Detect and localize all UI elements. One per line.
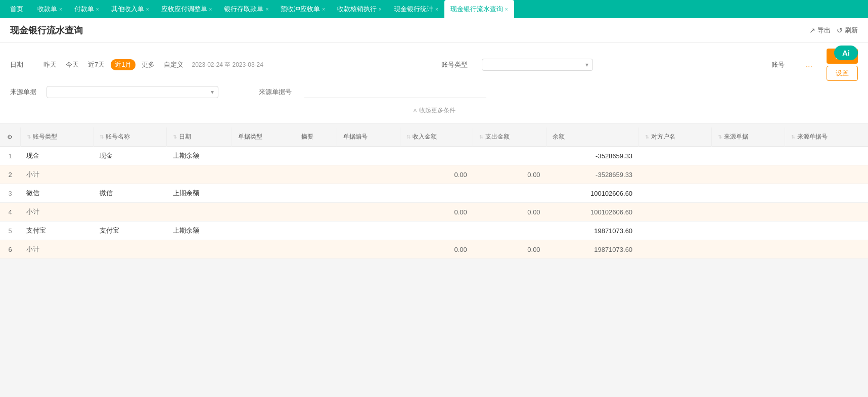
gear-icon[interactable]: ⚙ (7, 134, 13, 141)
table-cell (785, 165, 868, 184)
nav-close-cash-stat[interactable]: × (435, 7, 438, 12)
th-account-type[interactable]: ⇅账号类型 (20, 127, 94, 147)
sort-icon-5: ⇅ (479, 134, 483, 140)
date-btn-more[interactable]: 更多 (139, 59, 158, 70)
table-cell: 上期余额 (167, 184, 232, 203)
table-row[interactable]: 3微信微信上期余额100102606.60 (0, 184, 868, 203)
nav-close-other-income[interactable]: × (146, 7, 149, 12)
date-btn-custom[interactable]: 自定义 (161, 59, 187, 70)
th-summary: 摘要 (295, 127, 337, 147)
nav-close-prepay[interactable]: × (322, 7, 325, 12)
nav-item-write-off[interactable]: 收款核销执行 × (331, 0, 388, 18)
table-cell (232, 184, 295, 203)
nav-item-receipt[interactable]: 收款单 × (31, 0, 68, 18)
nav-close-bank-deposit[interactable]: × (265, 7, 268, 12)
table-cell: 3 (0, 184, 20, 203)
table-cell (712, 165, 785, 184)
table-cell: 0.00 (400, 203, 473, 222)
table-row[interactable]: 1现金现金上期余额-3528659.33 (0, 147, 868, 165)
table-cell (638, 222, 712, 240)
collapse-bar[interactable]: ∧ 收起更多条件 (10, 103, 858, 117)
table-cell (712, 222, 785, 240)
th-gear[interactable]: ⚙ (0, 127, 20, 147)
nav-close-cash-flow[interactable]: × (505, 7, 508, 12)
date-btn-yesterday[interactable]: 昨天 (40, 59, 60, 70)
nav-item-prepay[interactable]: 预收冲应收单 × (275, 0, 331, 18)
nav-item-ar-ap-adjust[interactable]: 应收应付调整单 × (155, 0, 218, 18)
date-btn-7days[interactable]: 近7天 (85, 59, 108, 70)
export-icon: ↗ (809, 26, 815, 34)
table-row[interactable]: 4小计0.000.00100102606.60 (0, 203, 868, 222)
source-doc-no-input[interactable] (304, 86, 486, 98)
th-date[interactable]: ⇅日期 (167, 127, 232, 147)
table-cell: 5 (0, 222, 20, 240)
table-cell (295, 147, 337, 165)
table-cell (337, 203, 400, 222)
table-cell (712, 184, 785, 203)
nav-label-home: 首页 (10, 5, 23, 14)
nav-item-bank-deposit[interactable]: 银行存取款单 × (218, 0, 275, 18)
table-cell: 6 (0, 240, 20, 259)
th-account-name[interactable]: ⇅账号名称 (94, 127, 167, 147)
source-doc-select[interactable]: ▾ (47, 86, 218, 98)
date-btn-1month[interactable]: 近1月 (111, 59, 135, 70)
th-counter-name[interactable]: ⇅对方户名 (638, 127, 712, 147)
table-cell: -3528659.33 (546, 147, 639, 165)
table-cell: 0.00 (473, 240, 546, 259)
table-cell (337, 222, 400, 240)
table-cell (232, 147, 295, 165)
table-cell: 19871073.60 (546, 222, 639, 240)
table-row[interactable]: 2小计0.000.00-3528659.33 (0, 165, 868, 184)
nav-label-write-off: 收款核销执行 (337, 5, 377, 14)
nav-item-cash-flow[interactable]: 现金银行流水查询 × (444, 0, 514, 18)
chevron-down-icon-2: ▾ (211, 89, 214, 96)
table-cell: 小计 (20, 240, 94, 259)
nav-item-other-income[interactable]: 其他收入单 × (105, 0, 155, 18)
filter-area: 日期 昨天 今天 近7天 近1月 更多 自定义 2023-02-24 至 202… (0, 42, 868, 123)
nav-close-ar-ap-adjust[interactable]: × (209, 7, 212, 12)
table-cell (638, 240, 712, 259)
dots-button[interactable]: ... (802, 60, 816, 69)
sort-icon-7: ⇅ (718, 134, 722, 140)
table-cell (785, 147, 868, 165)
th-income[interactable]: ⇅收入金额 (400, 127, 473, 147)
table-cell (295, 184, 337, 203)
chevron-up-icon: ∧ (413, 107, 418, 114)
table-cell (337, 147, 400, 165)
th-expense[interactable]: ⇅支出金额 (473, 127, 546, 147)
header-actions: ↗ 导出 ↺ 刷新 (809, 26, 858, 35)
top-navigation: 首页 收款单 × 付款单 × 其他收入单 × 应收应付调整单 × 银行存取款单 … (0, 0, 868, 18)
date-options: 昨天 今天 近7天 近1月 更多 自定义 2023-02-24 至 2023-0… (40, 59, 263, 70)
th-source-doc-no[interactable]: ⇅来源单据号 (785, 127, 868, 147)
nav-item-payment[interactable]: 付款单 × (68, 0, 105, 18)
nav-close-receipt[interactable]: × (59, 7, 62, 12)
table-cell: 0.00 (400, 240, 473, 259)
table-row[interactable]: 5支付宝支付宝上期余额19871073.60 (0, 222, 868, 240)
table-cell (94, 203, 167, 222)
nav-item-cash-stat[interactable]: 现金银行统计 × (388, 0, 444, 18)
date-btn-today[interactable]: 今天 (63, 59, 82, 70)
page-header: 现金银行流水查询 ↗ 导出 ↺ 刷新 (0, 18, 868, 42)
date-filter-label: 日期 (10, 60, 30, 69)
th-doc-no: 单据编号 (337, 127, 400, 147)
table-cell: 19871073.60 (546, 240, 639, 259)
table-cell (400, 222, 473, 240)
th-source-doc[interactable]: ⇅来源单据 (712, 127, 785, 147)
table-cell (295, 203, 337, 222)
table-cell (638, 203, 712, 222)
export-button[interactable]: ↗ 导出 (809, 26, 831, 35)
source-doc-no-label: 来源单据号 (259, 87, 294, 97)
nav-item-home[interactable]: 首页 (2, 0, 31, 18)
sort-icon-3: ⇅ (173, 134, 177, 140)
date-range-display: 2023-02-24 至 2023-03-24 (192, 61, 263, 69)
table-cell (473, 184, 546, 203)
table-cell (473, 147, 546, 165)
account-type-select[interactable]: ▾ (482, 59, 593, 71)
settings-button[interactable]: 设置 (827, 66, 858, 81)
ai-assistant-badge[interactable]: Ai (834, 46, 858, 60)
refresh-button[interactable]: ↺ 刷新 (837, 26, 858, 35)
table-cell (337, 184, 400, 203)
nav-close-write-off[interactable]: × (379, 7, 382, 12)
nav-close-payment[interactable]: × (96, 7, 99, 12)
table-row[interactable]: 6小计0.000.0019871073.60 (0, 240, 868, 259)
